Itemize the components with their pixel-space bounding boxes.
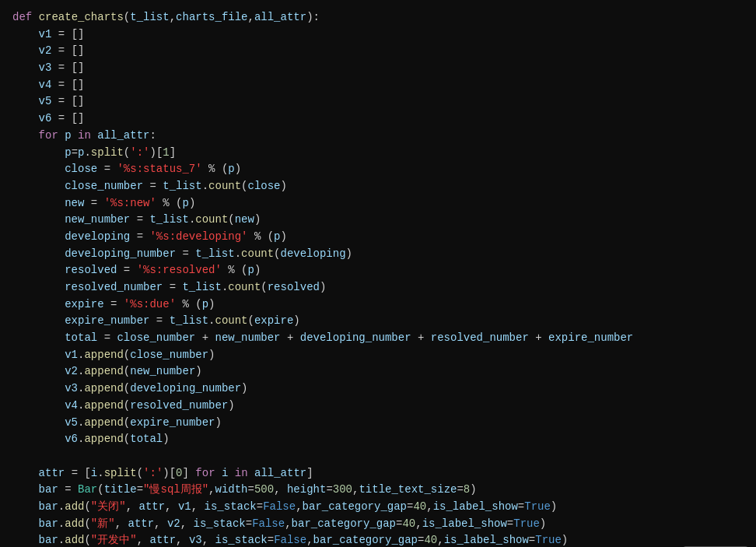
code-line-9: p=p.split(':')[1] <box>12 145 744 162</box>
code-line-25: v5.append(expire_number) <box>12 415 744 432</box>
code-line-28: attr = [i.split(':')[0] for i in all_att… <box>12 465 744 482</box>
code-line-5: v4 = [] <box>12 77 744 94</box>
code-line-32: bar.add("开发中", attr, v3, is_stack=False,… <box>12 532 744 547</box>
code-line-8: for p in all_attr: <box>12 128 744 145</box>
code-line-17: resolved_number = t_list.count(resolved) <box>12 279 744 296</box>
code-line-7: v6 = [] <box>12 110 744 128</box>
code-line-14: developing = '%s:developing' % (p) <box>12 229 744 246</box>
code-line-20: total = close_number + new_number + deve… <box>12 330 744 347</box>
code-line-13: new_number = t_list.count(new) <box>12 212 744 229</box>
code-line-18: expire = '%s:due' % (p) <box>12 296 744 314</box>
code-line-4: v3 = [] <box>12 60 744 77</box>
code-line-29: bar = Bar(title="慢sql周报",width=500, heig… <box>12 482 744 499</box>
code-line-22: v2.append(new_number) <box>12 363 744 380</box>
code-line-10: close = '%s:status_7' % (p) <box>12 161 744 178</box>
code-editor: def create_charts(t_list,charts_file,all… <box>0 0 756 547</box>
code-line-3: v2 = [] <box>12 43 744 60</box>
code-line-6: v5 = [] <box>12 93 744 110</box>
code-line-2: v1 = [] <box>12 26 744 44</box>
code-line-11: close_number = t_list.count(close) <box>12 178 744 195</box>
code-line-21: v1.append(close_number) <box>12 347 744 364</box>
code-line-31: bar.add("新", attr, v2, is_stack=False,ba… <box>12 516 744 533</box>
code-line-15: developing_number = t_list.count(develop… <box>12 246 744 263</box>
code-line-16: resolved = '%s:resolved' % (p) <box>12 262 744 279</box>
code-line-19: expire_number = t_list.count(expire) <box>12 313 744 330</box>
code-line-26: v6.append(total) <box>12 431 744 448</box>
code-line-23: v3.append(developing_number) <box>12 380 744 398</box>
code-line-24: v4.append(resolved_number) <box>12 398 744 415</box>
code-line-30: bar.add("关闭", attr, v1, is_stack=False,b… <box>12 499 744 516</box>
code-line-1: def create_charts(t_list,charts_file,all… <box>12 9 744 26</box>
code-line-27 <box>12 448 744 465</box>
code-line-12: new = '%s:new' % (p) <box>12 195 744 212</box>
